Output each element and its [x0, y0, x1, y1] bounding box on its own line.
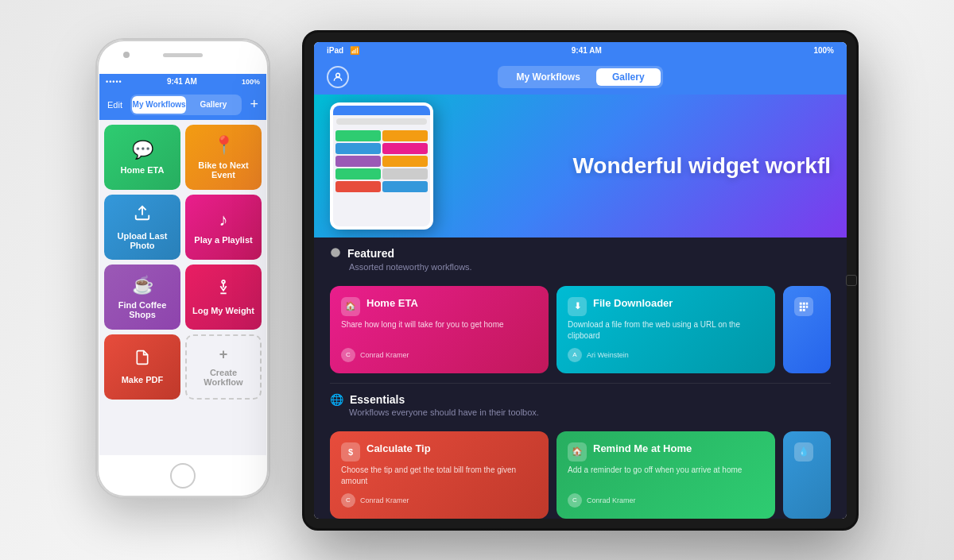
- ipad-home-button[interactable]: [846, 275, 857, 286]
- account-icon[interactable]: [327, 66, 349, 88]
- ipad-wifi-icon: 📶: [350, 46, 359, 55]
- card-home-eta[interactable]: 🏠 Home ETA Share how long it will take f…: [330, 286, 549, 373]
- phone-tab-group: My Workflows Gallery: [130, 95, 242, 115]
- ipad-tab-gallery[interactable]: Gallery: [596, 68, 661, 86]
- make-pdf-icon: [134, 350, 150, 370]
- card-home-eta-desc: Share how long it will take for you to g…: [341, 319, 537, 330]
- featured-section-header: Featured Assorted noteworthy workflows.: [314, 238, 847, 286]
- tile-bike-event[interactable]: 📍 Bike to Next Event: [185, 125, 262, 190]
- card-home-eta-author-row: C Conrad Kramer: [341, 348, 537, 362]
- hero-phone-mockup: [330, 102, 433, 230]
- file-downloader-author-avatar: A: [568, 348, 582, 362]
- card-calculate-tip[interactable]: $ Calculate Tip Choose the tip and get t…: [330, 431, 549, 519]
- ipad-tab-my-workflows[interactable]: My Workflows: [500, 68, 595, 86]
- tile-upload-photo[interactable]: Upload Last Photo: [104, 195, 180, 260]
- card-remind-me[interactable]: 🏠 Remind Me at Home Add a reminder to go…: [556, 431, 775, 519]
- card-third[interactable]: [783, 286, 831, 373]
- essentials-subtitle: Workflows everyone should have in their …: [349, 407, 831, 417]
- ipad-tab-group: My Workflows Gallery: [498, 66, 662, 88]
- hero-banner: Wonderful widget workfl: [314, 95, 847, 238]
- ipad-device: iPad 📶 9:41 AM 100% My Workflows Gallery: [302, 30, 859, 531]
- phone-nav-bar: Edit My Workflows Gallery +: [99, 90, 266, 120]
- tile-play-playlist[interactable]: ♪ Play a Playlist: [185, 195, 262, 260]
- tile-create-workflow[interactable]: + Create Workflow: [185, 334, 262, 400]
- card-file-downloader-header: ⬇ File Downloader: [568, 297, 764, 316]
- tile-home-eta[interactable]: 💬 Home ETA: [104, 125, 180, 190]
- upload-photo-icon: [134, 204, 151, 226]
- phone-device: ••••• 9:41 AM 100% Edit My Workflows Gal…: [95, 38, 270, 499]
- svg-rect-7: [803, 305, 805, 307]
- card-remind-me-title: Remind Me at Home: [593, 442, 692, 454]
- ipad-screen: iPad 📶 9:41 AM 100% My Workflows Gallery: [314, 42, 847, 519]
- create-workflow-icon: +: [219, 346, 228, 363]
- hero-title: Wonderful widget workfl: [572, 153, 831, 179]
- tab-my-workflows[interactable]: My Workflows: [132, 96, 186, 114]
- calculate-tip-icon: $: [341, 442, 360, 462]
- main-scene: ••••• 9:41 AM 100% Edit My Workflows Gal…: [0, 0, 954, 560]
- svg-point-0: [222, 280, 225, 283]
- essentials-icon: 🌐: [330, 393, 343, 406]
- tile-home-eta-label: Home ETA: [121, 165, 165, 175]
- ipad-time: 9:41 AM: [572, 46, 602, 55]
- card-remind-me-header: 🏠 Remind Me at Home: [568, 442, 764, 462]
- tile-make-pdf-label: Make PDF: [122, 375, 164, 384]
- tab-gallery[interactable]: Gallery: [186, 96, 240, 114]
- third-card-icon: [794, 297, 813, 316]
- card-water[interactable]: 💧: [783, 431, 831, 519]
- tile-coffee-shops-label: Find Coffee Shops: [111, 300, 174, 319]
- coffee-shops-icon: ☕: [132, 275, 153, 295]
- remind-me-icon: 🏠: [568, 442, 587, 462]
- card-remind-me-author-row: C Conrad Kramer: [568, 493, 764, 508]
- calculate-tip-author-avatar: C: [341, 493, 355, 508]
- home-eta-card-icon: 🏠: [341, 297, 360, 316]
- essentials-cards: $ Calculate Tip Choose the tip and get t…: [314, 431, 847, 519]
- ipad-battery-icon: 100%: [813, 46, 834, 55]
- phone-speaker: [163, 53, 203, 57]
- featured-icon: [330, 247, 341, 261]
- ipad-content-area: Wonderful widget workfl Featured Assorte…: [314, 95, 847, 519]
- card-file-downloader[interactable]: ⬇ File Downloader Download a file from t…: [556, 286, 775, 373]
- svg-rect-3: [800, 302, 802, 304]
- card-calculate-tip-desc: Choose the tip and get the total bill fr…: [341, 465, 537, 487]
- ipad-status-bar: iPad 📶 9:41 AM 100%: [314, 42, 847, 60]
- tile-bike-event-label: Bike to Next Event: [192, 160, 255, 180]
- ipad-model-label: iPad: [327, 46, 343, 55]
- phone-camera: [123, 52, 130, 58]
- svg-rect-10: [803, 308, 805, 311]
- card-home-eta-header: 🏠 Home ETA: [341, 297, 537, 316]
- phone-home-button[interactable]: [170, 463, 196, 489]
- bike-event-icon: 📍: [213, 135, 235, 156]
- file-downloader-card-icon: ⬇: [568, 297, 587, 316]
- svg-point-1: [336, 73, 340, 77]
- svg-rect-9: [800, 308, 802, 311]
- phone-screen: ••••• 9:41 AM 100% Edit My Workflows Gal…: [99, 74, 266, 455]
- card-home-eta-title: Home ETA: [366, 297, 418, 309]
- card-file-downloader-title: File Downloader: [593, 297, 673, 309]
- tile-log-weight[interactable]: Log My Weight: [185, 265, 262, 330]
- svg-point-2: [331, 248, 340, 257]
- workflow-grid: 💬 Home ETA 📍 Bike to Next Event Upload L…: [99, 120, 266, 404]
- svg-rect-8: [806, 305, 808, 307]
- phone-status-bar: ••••• 9:41 AM 100%: [99, 74, 266, 90]
- tile-make-pdf[interactable]: Make PDF: [104, 334, 180, 400]
- log-weight-icon: [215, 279, 232, 301]
- edit-button[interactable]: Edit: [107, 100, 122, 110]
- tile-upload-photo-label: Upload Last Photo: [111, 231, 174, 250]
- phone-time: 9:41 AM: [167, 77, 197, 86]
- svg-rect-5: [806, 302, 808, 304]
- home-eta-author-avatar: C: [341, 348, 355, 362]
- tile-coffee-shops[interactable]: ☕ Find Coffee Shops: [104, 265, 180, 330]
- card-calculate-tip-author-row: C Conrad Kramer: [341, 493, 537, 508]
- ipad-nav-bar: My Workflows Gallery: [314, 60, 847, 95]
- add-workflow-button[interactable]: +: [250, 96, 258, 113]
- card-calculate-tip-title: Calculate Tip: [366, 442, 431, 454]
- home-eta-author-name: Conrad Kramer: [360, 351, 409, 359]
- svg-rect-6: [800, 305, 802, 307]
- featured-subtitle: Assorted noteworthy workflows.: [349, 262, 831, 272]
- tile-log-weight-label: Log My Weight: [192, 306, 254, 315]
- essentials-title: Essentials: [350, 393, 405, 406]
- water-card-icon: 💧: [794, 442, 813, 462]
- card-file-downloader-desc: Download a file from the web using a URL…: [568, 319, 764, 342]
- file-downloader-author-name: Ari Weinstein: [587, 351, 629, 359]
- card-file-downloader-author-row: A Ari Weinstein: [568, 348, 764, 362]
